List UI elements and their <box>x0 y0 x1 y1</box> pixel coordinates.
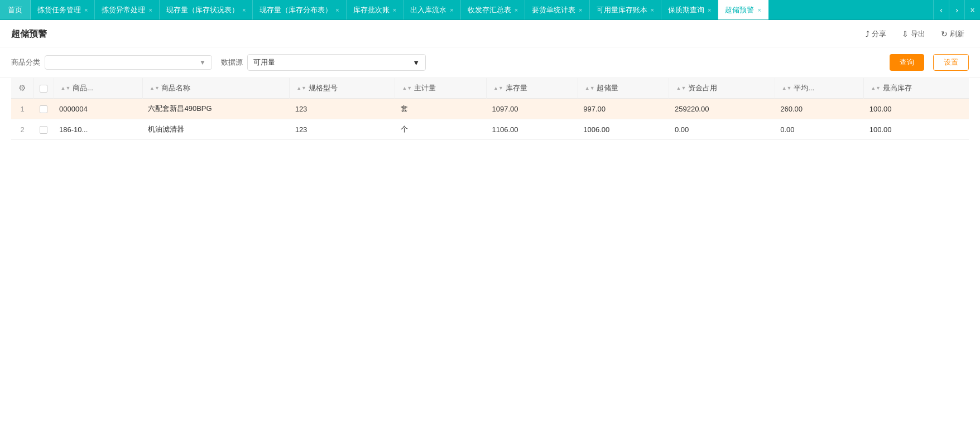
cell-capital-occ: 0.00 <box>669 119 775 140</box>
category-select[interactable]: ▼ <box>45 55 212 70</box>
row-checkbox-cell[interactable] <box>33 119 54 140</box>
nav-home-label: 首页 <box>8 5 22 15</box>
table-body: 1 0000004 六配套新昌490BPG 123 套 1097.00 997.… <box>11 99 969 140</box>
nav-demand-stats[interactable]: 要货单统计表 × <box>525 0 589 20</box>
nav-arrow-close-button[interactable]: × <box>964 0 980 20</box>
nav-batch-acct[interactable]: 库存批次账 × <box>347 0 403 20</box>
query-button[interactable]: 查询 <box>890 54 924 71</box>
cell-product-name: 六配套新昌490BPG <box>142 99 289 119</box>
row-checkbox-cell[interactable] <box>33 99 54 119</box>
nav-avail-acct[interactable]: 可用量库存账本 × <box>590 0 661 20</box>
datasource-filter-label: 数据源 <box>221 57 243 67</box>
nav-home[interactable]: 首页 <box>0 0 31 20</box>
col-overstock-qty-label: 超储量 <box>597 84 618 92</box>
col-unit-label: 主计量 <box>414 84 436 92</box>
nav-task-mgmt[interactable]: 拣货任务管理 × <box>31 0 95 20</box>
settings-button[interactable]: 设置 <box>933 54 969 71</box>
nav-overstock-warn[interactable]: 超储预警 × <box>718 0 768 20</box>
sort-arrows-avg[interactable]: ▲▼ <box>782 86 792 91</box>
nav-in-out-flow[interactable]: 出入库流水 × <box>403 0 460 20</box>
category-filter: 商品分类 ▼ <box>11 55 212 70</box>
share-button[interactable]: ⤴ 分享 <box>861 27 891 41</box>
nav-arrow-right-button[interactable]: › <box>949 0 964 20</box>
datasource-select-value: 可用量 <box>253 57 275 67</box>
nav-demand-stats-label: 要货单统计表 <box>532 5 575 15</box>
cell-overstock-qty: 1006.00 <box>578 119 669 140</box>
cell-stock-qty: 1106.00 <box>487 119 578 140</box>
category-filter-label: 商品分类 <box>11 57 40 67</box>
cell-capital-occ: 259220.00 <box>669 99 775 119</box>
sort-arrows-overstock-qty[interactable]: ▲▼ <box>585 86 595 91</box>
sort-arrows-unit[interactable]: ▲▼ <box>402 86 412 91</box>
close-collect-summary-icon[interactable]: × <box>515 7 518 13</box>
sort-arrows-capital-occ[interactable]: ▲▼ <box>676 86 686 91</box>
close-overstock-warn-icon[interactable]: × <box>757 7 761 13</box>
close-in-out-flow-icon[interactable]: × <box>450 7 453 13</box>
cell-unit: 个 <box>395 119 487 140</box>
nav-inventory-status-label: 现存量（库存状况表） <box>166 5 239 15</box>
cell-max-stock: 100.00 <box>864 99 969 119</box>
nav-avail-acct-label: 可用量库存账本 <box>597 5 647 15</box>
col-spec: ▲▼ 规格型号 <box>290 78 395 99</box>
refresh-icon: ↻ <box>941 30 948 38</box>
refresh-label: 刷新 <box>950 29 964 39</box>
sort-arrows-stock-qty[interactable]: ▲▼ <box>493 86 503 91</box>
close-avail-acct-icon[interactable]: × <box>651 7 654 13</box>
nav-inventory-status[interactable]: 现存量（库存状况表） × <box>160 0 253 20</box>
sort-arrows-max-stock[interactable]: ▲▼ <box>871 86 881 91</box>
refresh-button[interactable]: ↻ 刷新 <box>936 27 969 41</box>
nav-overstock-warn-label: 超储预警 <box>725 5 754 15</box>
nav-collect-summary[interactable]: 收发存汇总表 × <box>461 0 525 20</box>
col-stock-qty: ▲▼ 库存量 <box>487 78 578 99</box>
category-select-arrow-icon: ▼ <box>199 59 206 66</box>
nav-arrows: ‹ › × <box>933 0 980 20</box>
cell-max-stock: 100.00 <box>864 119 969 140</box>
close-batch-acct-icon[interactable]: × <box>393 7 396 13</box>
cell-spec: 123 <box>290 99 395 119</box>
row-number: 1 <box>11 99 33 119</box>
export-button[interactable]: ⇩ 导出 <box>897 27 930 41</box>
col-avg-label: 平均... <box>794 84 814 92</box>
select-all-checkbox[interactable] <box>40 85 47 93</box>
col-capital-occ-label: 资金占用 <box>688 84 717 92</box>
datasource-select[interactable]: 可用量 ▼ <box>247 54 426 71</box>
col-settings[interactable]: ⚙ <box>11 78 33 99</box>
cell-spec: 123 <box>290 119 395 140</box>
nav-exception-proc[interactable]: 拣货异常处理 × <box>95 0 159 20</box>
table-row: 2 186-10... 机油滤清器 123 个 1106.00 1006.00 … <box>11 119 969 140</box>
col-spec-label: 规格型号 <box>309 84 338 92</box>
close-quality-check-icon[interactable]: × <box>708 7 711 13</box>
sort-arrows-product-code[interactable]: ▲▼ <box>61 86 71 91</box>
cell-stock-qty: 1097.00 <box>487 99 578 119</box>
col-product-code: ▲▼ 商品... <box>54 78 142 99</box>
table-container: ⚙ ▲▼ 商品... ▲▼ 商品名称 ▲▼ 规格型号 <box>0 78 980 140</box>
col-select-all[interactable] <box>33 78 54 99</box>
close-exception-proc-icon[interactable]: × <box>148 7 152 13</box>
datasource-filter: 数据源 可用量 ▼ <box>221 54 426 71</box>
row-checkbox[interactable] <box>40 126 47 134</box>
col-max-stock: ▲▼ 最高库存 <box>864 78 969 99</box>
nav-task-mgmt-label: 拣货任务管理 <box>37 5 81 15</box>
row-checkbox[interactable] <box>40 105 47 113</box>
nav-exception-proc-label: 拣货异常处理 <box>102 5 145 15</box>
close-demand-stats-icon[interactable]: × <box>579 7 582 13</box>
share-label: 分享 <box>872 29 886 39</box>
filter-bar: 商品分类 ▼ 数据源 可用量 ▼ 查询 设置 <box>0 47 980 78</box>
col-product-code-label: 商品... <box>73 84 93 92</box>
settings-gear-icon: ⚙ <box>18 83 26 93</box>
nav-arrow-left-button[interactable]: ‹ <box>933 0 949 20</box>
nav-quality-check[interactable]: 保质期查询 × <box>661 0 718 20</box>
cell-overstock-qty: 997.00 <box>578 99 669 119</box>
export-label: 导出 <box>911 29 925 39</box>
close-inventory-status-icon[interactable]: × <box>242 7 246 13</box>
table-row: 1 0000004 六配套新昌490BPG 123 套 1097.00 997.… <box>11 99 969 119</box>
sort-arrows-product-name[interactable]: ▲▼ <box>150 86 160 91</box>
close-inventory-dist-icon[interactable]: × <box>335 7 339 13</box>
close-task-mgmt-icon[interactable]: × <box>84 7 88 13</box>
col-product-name-label: 商品名称 <box>161 84 190 92</box>
col-unit: ▲▼ 主计量 <box>395 78 487 99</box>
cell-product-code: 186-10... <box>54 119 142 140</box>
nav-inventory-dist[interactable]: 现存量（库存分布表） × <box>253 0 346 20</box>
sort-arrows-spec[interactable]: ▲▼ <box>296 86 306 91</box>
page-title: 超储预警 <box>11 28 47 40</box>
